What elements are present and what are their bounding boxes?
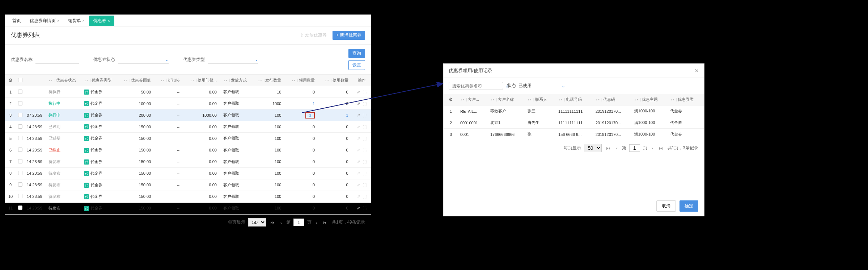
received-link[interactable]: 3 bbox=[305, 112, 315, 119]
cancel-button[interactable]: 取消 bbox=[656, 200, 676, 212]
first-page-icon[interactable]: ⏮ bbox=[269, 220, 276, 225]
sort-icon[interactable]: ▲▼ bbox=[558, 99, 563, 101]
row-checkbox[interactable] bbox=[18, 171, 22, 175]
next-page-icon[interactable]: › bbox=[650, 146, 655, 151]
sort-icon[interactable]: ▲▼ bbox=[634, 99, 639, 101]
prev-page-icon[interactable]: ‹ bbox=[279, 220, 283, 225]
add-coupon-button[interactable]: + 新增优惠券 bbox=[333, 31, 365, 40]
qrcode-icon[interactable]: ⬚ bbox=[363, 205, 367, 211]
table-row[interactable]: 2 00010001 北京1 唐先生 11111111111 201912017… bbox=[444, 117, 704, 129]
coupon-type: 代金券 bbox=[90, 124, 102, 129]
table-row[interactable]: 9 14 23:59 待发布 代代金券 150.00 -- 0.00 客户领取 … bbox=[5, 179, 371, 191]
qrcode-icon[interactable]: ⬚ bbox=[363, 159, 367, 164]
row-checkbox[interactable] bbox=[18, 136, 22, 140]
page-input[interactable] bbox=[629, 144, 640, 152]
sort-icon[interactable]: ▲▼ bbox=[123, 79, 128, 82]
tab-sales-order[interactable]: 销货单× bbox=[64, 16, 89, 26]
confirm-button[interactable]: 确定 bbox=[679, 200, 698, 212]
col-received: 领用数量 bbox=[299, 78, 315, 82]
qrcode-icon[interactable]: ⬚ bbox=[363, 148, 367, 153]
tab-coupon-detail[interactable]: 优惠券详情页× bbox=[25, 16, 64, 26]
row-checkbox[interactable] bbox=[18, 159, 22, 163]
face-value: 50.00 bbox=[117, 86, 155, 98]
sort-icon[interactable]: ▲▼ bbox=[460, 99, 465, 101]
sort-icon[interactable]: ▲▼ bbox=[48, 79, 53, 82]
table-row[interactable]: 3 0001 17666666666 张 156 6666 6... 20191… bbox=[444, 129, 704, 140]
sort-icon[interactable]: ▲▼ bbox=[223, 79, 228, 82]
sort-icon[interactable]: ▲▼ bbox=[161, 79, 165, 82]
filter-status-select[interactable]: ⌄ bbox=[118, 55, 169, 64]
qrcode-icon[interactable]: ⬚ bbox=[363, 90, 367, 95]
filter-type-select[interactable]: ⌄ bbox=[208, 55, 258, 64]
prev-page-icon[interactable]: ‹ bbox=[615, 146, 619, 151]
close-icon[interactable]: ✕ bbox=[695, 68, 699, 74]
received-qty: 0 bbox=[285, 156, 319, 167]
close-icon[interactable]: × bbox=[108, 19, 110, 23]
gear-icon[interactable]: ⚙ bbox=[449, 97, 453, 102]
sort-icon[interactable]: ▲▼ bbox=[190, 79, 194, 82]
table-row[interactable]: 3 07 23:59 执行中 代代金券 200.00 -- 1000.00 客户… bbox=[5, 109, 371, 121]
per-page-select[interactable]: 50 bbox=[584, 144, 602, 152]
share-icon[interactable]: ⇗ bbox=[357, 113, 360, 118]
query-button[interactable]: 查询 bbox=[348, 49, 365, 58]
table-row[interactable]: 6 14 23:59 已终止 代代金券 150.00 -- 0.00 客户领取 … bbox=[5, 144, 371, 156]
table-row[interactable]: 1 RETAIL... 零散客户 张三 11111111111 20191201… bbox=[444, 105, 704, 117]
table-row[interactable]: 2 执行中 代代金券 100.00 -- 0.00 客户领取 1000 1 0 … bbox=[5, 98, 371, 109]
state-select[interactable]: 状态 已使用 ⌄ bbox=[507, 82, 565, 90]
last-page-icon[interactable]: ⏭ bbox=[322, 220, 329, 225]
page-input[interactable] bbox=[293, 219, 304, 226]
sort-icon[interactable]: ▲▼ bbox=[84, 79, 88, 82]
qrcode-icon[interactable]: ⬚ bbox=[363, 101, 367, 106]
modal-header: 优惠券领用/使用记录 ✕ bbox=[444, 64, 704, 78]
qrcode-icon[interactable]: ⬚ bbox=[363, 136, 367, 141]
filter-name-input[interactable] bbox=[35, 55, 79, 64]
search-input[interactable] bbox=[452, 83, 506, 88]
row-checkbox[interactable] bbox=[18, 124, 22, 129]
last-page-icon[interactable]: ⏭ bbox=[657, 146, 665, 151]
table-row[interactable]: 5 14 23:59 已过期 代代金券 150.00 -- 0.00 客户领取 … bbox=[5, 133, 371, 144]
qrcode-icon[interactable]: ⬚ bbox=[363, 113, 367, 118]
row-checkbox[interactable] bbox=[18, 101, 22, 105]
row-checkbox[interactable] bbox=[18, 194, 22, 198]
distribute-coupon-button[interactable]: ⇪ 发放优惠券 bbox=[297, 31, 329, 40]
row-checkbox[interactable] bbox=[18, 205, 22, 210]
status-badge: 待发布 bbox=[48, 159, 60, 164]
first-page-icon[interactable]: ⏮ bbox=[605, 146, 612, 151]
settings-button[interactable]: 设置 bbox=[348, 60, 365, 70]
sort-icon[interactable]: ▲▼ bbox=[596, 99, 600, 101]
sort-icon[interactable]: ▲▼ bbox=[325, 79, 329, 82]
row-checkbox[interactable] bbox=[18, 182, 22, 187]
sort-icon[interactable]: ▲▼ bbox=[258, 79, 262, 82]
row-checkbox[interactable] bbox=[18, 90, 22, 94]
qrcode-icon[interactable]: ⬚ bbox=[363, 171, 367, 176]
close-icon[interactable]: × bbox=[82, 19, 85, 23]
sort-icon[interactable]: ▲▼ bbox=[528, 99, 532, 101]
qrcode-icon[interactable]: ⬚ bbox=[363, 182, 367, 187]
received-link[interactable]: 1 bbox=[313, 101, 315, 106]
select-all-checkbox[interactable] bbox=[18, 78, 22, 82]
table-row[interactable]: 7 14 23:59 待发布 代代金券 150.00 -- 0.00 客户领取 … bbox=[5, 156, 371, 167]
sort-icon[interactable]: ▲▼ bbox=[490, 99, 495, 101]
qrcode-icon[interactable]: ⬚ bbox=[363, 124, 367, 129]
table-row[interactable]: 10 14 23:59 待发布 代代金券 150.00 -- 0.00 客户领取… bbox=[5, 191, 371, 202]
table-row[interactable]: 1 待执行 代代金券 50.00 -- 0.00 客户领取 10 0 0 ⇗⬚ bbox=[5, 86, 371, 98]
share-icon[interactable]: ⇗ bbox=[357, 90, 360, 95]
used-link[interactable]: 1 bbox=[346, 113, 348, 117]
table-row[interactable]: 11 14 23:59 待发布 代代金券 150.00 -- 0.00 客户领取… bbox=[5, 202, 371, 214]
row-checkbox[interactable] bbox=[18, 148, 22, 152]
table-row[interactable]: 4 14 23:59 已过期 代代金券 150.00 -- 0.00 客户领取 … bbox=[5, 121, 371, 133]
sort-icon[interactable]: ▲▼ bbox=[291, 79, 296, 82]
sort-icon[interactable]: ▲▼ bbox=[670, 99, 674, 101]
next-page-icon[interactable]: › bbox=[314, 220, 319, 225]
gear-icon[interactable]: ⚙ bbox=[8, 78, 13, 83]
per-page-select[interactable]: 50 bbox=[248, 218, 266, 227]
share-icon[interactable]: ⇗ bbox=[357, 101, 360, 106]
qrcode-icon[interactable]: ⬚ bbox=[363, 194, 367, 199]
row-checkbox[interactable] bbox=[18, 113, 22, 117]
tab-home[interactable]: 首页 bbox=[8, 16, 25, 26]
dist-method: 客户领取 bbox=[221, 121, 252, 133]
tab-coupon[interactable]: 优惠券× bbox=[89, 16, 114, 26]
status-badge: 待发布 bbox=[48, 194, 60, 199]
close-icon[interactable]: × bbox=[57, 19, 59, 23]
table-row[interactable]: 8 14 23:59 待发布 代代金券 150.00 -- 0.00 客户领取 … bbox=[5, 167, 371, 179]
